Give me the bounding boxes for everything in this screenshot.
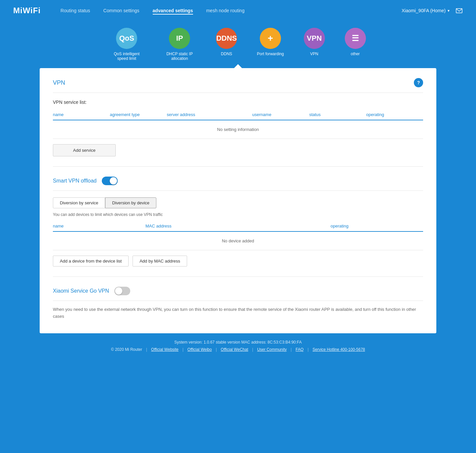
header: MiWiFi Routing status Common settings ad…: [0, 0, 476, 21]
divider-1: [53, 166, 423, 167]
vpn-section-header: VPN ?: [53, 78, 423, 93]
device-selector[interactable]: Xiaomi_90FA (Home) ▼: [402, 8, 450, 13]
ip-label: DHCP static IP allocation: [163, 52, 196, 61]
smart-vpn-offload-row: Smart VPN offload: [53, 177, 423, 191]
mail-icon[interactable]: [456, 7, 463, 14]
add-service-button[interactable]: Add service: [53, 144, 116, 156]
footer-sep-5: |: [307, 347, 308, 352]
icon-vpn[interactable]: VPN VPN: [304, 28, 325, 61]
portfwd-circle: +: [260, 28, 281, 49]
xiaomi-vpn-row: Xiaomi Service Go VPN: [53, 287, 423, 301]
tab-diversion-by-device[interactable]: Diversion by device: [105, 197, 156, 208]
other-label: other: [351, 52, 360, 56]
nav-routing-status[interactable]: Routing status: [60, 7, 90, 15]
device-table-header: name MAC address operating: [53, 221, 423, 232]
col-server-address: server address: [167, 112, 252, 117]
chevron-down-icon: ▼: [447, 9, 450, 13]
footer-sys-info: System version: 1.0.67 stable version MA…: [0, 340, 476, 345]
icon-portfwd[interactable]: + Port forwarding: [257, 28, 284, 61]
other-abbr: ☰: [352, 34, 359, 43]
device-col-mac: MAC address: [145, 224, 331, 228]
device-col-name: name: [53, 224, 145, 228]
col-operating: operating: [366, 112, 423, 117]
footer-user-community[interactable]: User Community: [257, 347, 287, 352]
smart-vpn-toggle[interactable]: [102, 177, 118, 185]
footer: System version: 1.0.67 stable version MA…: [0, 333, 476, 355]
nav-advanced-settings[interactable]: advanced settings: [153, 7, 193, 15]
main-content: VPN ? VPN service list: name agreement t…: [40, 68, 436, 333]
service-list-label: VPN service list:: [53, 100, 423, 105]
smart-vpn-title: Smart VPN offload: [53, 178, 97, 184]
vpn-label: VPN: [310, 52, 318, 56]
footer-copyright: © 2020 Mi Router: [111, 347, 142, 352]
qos-circle: QoS: [116, 28, 137, 49]
tab-diversion-by-service[interactable]: Diversion by service: [53, 197, 105, 208]
col-agreement-type: agreement type: [110, 112, 167, 117]
ddns-circle: DDNS: [216, 28, 237, 49]
xiaomi-vpn-toggle[interactable]: [114, 287, 130, 295]
vpn-table-header: name agreement type server address usern…: [53, 109, 423, 120]
footer-sep-0: |: [146, 347, 147, 352]
diversion-hint: You can add devices to limit which devic…: [53, 212, 423, 217]
xiaomi-toggle-track: [114, 287, 130, 295]
qos-label: QoS intelligent speed limit: [110, 52, 143, 61]
main-nav: Routing status Common settings advanced …: [60, 7, 402, 15]
toggle-thumb: [110, 177, 117, 185]
icon-ddns[interactable]: DDNS DDNS: [216, 28, 237, 61]
diversion-tab-row: Diversion by service Diversion by device: [53, 197, 423, 208]
header-right: Xiaomi_90FA (Home) ▼: [402, 7, 463, 14]
footer-official-website[interactable]: Official Website: [151, 347, 178, 352]
ddns-abbr: DDNS: [216, 34, 237, 43]
vpn-no-data: No setting information: [53, 120, 423, 139]
footer-sep-4: |: [291, 347, 292, 352]
nav-mesh-routing[interactable]: mesh node routing: [206, 7, 245, 15]
icon-other[interactable]: ☰ other: [345, 28, 366, 61]
ddns-label: DDNS: [221, 52, 232, 56]
footer-links: © 2020 Mi Router | Official Website | Of…: [0, 347, 476, 352]
footer-sep-2: |: [216, 347, 217, 352]
footer-faq[interactable]: FAQ: [296, 347, 303, 352]
feature-icons-row: QoS QoS intelligent speed limit IP DHCP …: [0, 21, 476, 64]
portfwd-label: Port forwarding: [257, 52, 284, 56]
col-name: name: [53, 112, 110, 117]
vpn-abbr: VPN: [307, 34, 322, 43]
icon-ip[interactable]: IP DHCP static IP allocation: [163, 28, 196, 61]
col-username: username: [252, 112, 309, 117]
icon-qos[interactable]: QoS QoS intelligent speed limit: [110, 28, 143, 61]
nav-common-settings[interactable]: Common settings: [103, 7, 139, 15]
logo: MiWiFi: [13, 6, 41, 15]
toggle-track: [102, 177, 118, 185]
xiaomi-vpn-desc: When you need to use the external networ…: [53, 306, 423, 320]
add-device-from-list-button[interactable]: Add a device from the device list: [53, 256, 129, 267]
divider-2: [53, 276, 423, 277]
device-btn-row: Add a device from the device list Add by…: [53, 256, 423, 267]
xiaomi-toggle-thumb: [115, 287, 122, 295]
no-device-text: No device added: [53, 232, 423, 250]
device-col-operating: operating: [331, 224, 423, 228]
vpn-section-title: VPN: [53, 79, 65, 86]
help-icon[interactable]: ?: [414, 78, 423, 87]
qos-abbr: QoS: [119, 34, 134, 43]
footer-official-weibo[interactable]: Official Weibo: [187, 347, 212, 352]
ip-circle: IP: [169, 28, 190, 49]
footer-sep-1: |: [182, 347, 183, 352]
xiaomi-vpn-title: Xiaomi Service Go VPN: [53, 288, 109, 294]
other-circle: ☰: [345, 28, 366, 49]
portfwd-abbr: +: [268, 33, 273, 44]
ip-abbr: IP: [176, 34, 183, 43]
footer-sep-3: |: [252, 347, 253, 352]
device-name-label: Xiaomi_90FA (Home): [402, 8, 446, 13]
vpn-circle: VPN: [304, 28, 325, 49]
footer-official-wechat[interactable]: Official WeChat: [221, 347, 248, 352]
footer-hotline[interactable]: Service Hotline 400-100-5678: [313, 347, 365, 352]
add-by-mac-button[interactable]: Add by MAC address: [133, 256, 187, 267]
col-status: status: [309, 112, 366, 117]
